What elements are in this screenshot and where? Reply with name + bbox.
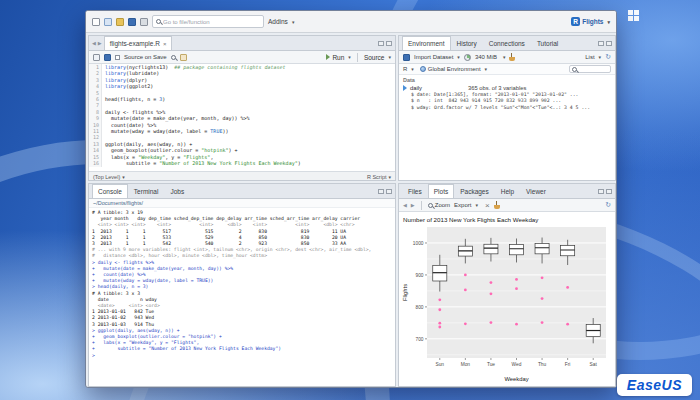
expand-icon[interactable]	[403, 85, 407, 91]
r-project-icon: R	[571, 17, 580, 26]
svg-text:Number of 2013 New York Flight: Number of 2013 New York Flights Each Wee…	[403, 216, 539, 223]
chevron-down-icon	[475, 202, 478, 208]
chevron-down-icon	[388, 54, 391, 60]
print-icon[interactable]	[140, 18, 148, 26]
maximize-pane-icon[interactable]	[386, 41, 392, 46]
forward-icon[interactable]	[98, 40, 102, 46]
code-editor[interactable]: 1library(nycflights13) ## package contai…	[89, 64, 395, 171]
source-pane: flights-example.R Source on Save Run	[88, 35, 396, 181]
source-toolbar: Source on Save Run Source	[89, 51, 395, 64]
boxplot-chart: Number of 2013 New York Flights Each Wee…	[401, 214, 611, 384]
svg-text:900: 900	[415, 273, 423, 278]
pane-tab-files[interactable]: Files	[402, 184, 428, 198]
environment-scope-row: R Global Environment	[399, 64, 615, 75]
minimize-pane-icon[interactable]	[378, 41, 384, 46]
pane-tab-help[interactable]: Help	[495, 184, 520, 198]
environment-object-daily[interactable]: daily 365 obs. of 3 variables	[399, 84, 615, 92]
maximize-pane-icon[interactable]	[606, 41, 612, 46]
find-replace-icon[interactable]	[171, 55, 176, 60]
chevron-down-icon	[348, 54, 351, 60]
console-tab-jobs[interactable]: Jobs	[164, 184, 190, 198]
svg-text:Tue: Tue	[487, 362, 495, 367]
easeus-logo-text: EaseUS	[627, 377, 682, 393]
view-mode-dropdown[interactable]: List	[585, 54, 601, 60]
environment-tab-connections[interactable]: Connections	[483, 36, 531, 50]
new-file-icon[interactable]	[92, 18, 100, 26]
globe-icon	[420, 66, 426, 72]
project-label: Flights	[582, 18, 603, 25]
zoom-button[interactable]: Zoom	[428, 202, 450, 208]
svg-text:700: 700	[415, 337, 423, 342]
source-tabbar: flights-example.R	[89, 36, 395, 51]
search-icon	[156, 19, 161, 24]
console-output[interactable]: # A tibble: 3 x 19 year month day dep_ti…	[89, 208, 395, 361]
project-menu[interactable]: R Flights	[571, 17, 610, 26]
file-type-indicator[interactable]: R Script	[367, 174, 391, 180]
import-dataset-button[interactable]: Import Dataset	[414, 54, 460, 60]
desktop: Addins R Flights flights-example.R	[0, 0, 700, 400]
chevron-down-icon	[599, 54, 602, 60]
tab-flights-example[interactable]: flights-example.R	[104, 36, 173, 50]
environment-tab-tutorial[interactable]: Tutorial	[531, 36, 564, 50]
run-icon	[326, 54, 330, 60]
maximize-pane-icon[interactable]	[386, 189, 392, 194]
export-button[interactable]: Export	[454, 202, 478, 208]
source-button[interactable]: Source	[364, 54, 391, 61]
open-in-new-window-icon[interactable]	[93, 54, 100, 61]
source-on-save-checkbox[interactable]	[115, 55, 120, 60]
svg-text:Weekday: Weekday	[504, 376, 528, 382]
chevron-down-icon	[411, 66, 414, 72]
refresh-icon[interactable]	[605, 53, 611, 61]
environment-search[interactable]	[569, 65, 611, 73]
new-project-icon[interactable]	[104, 18, 112, 26]
main-toolbar: Addins R Flights	[86, 11, 616, 33]
refresh-plot-icon[interactable]	[605, 201, 611, 209]
svg-text:Thu: Thu	[538, 362, 547, 367]
environment-scope-dropdown[interactable]: Global Environment	[420, 66, 487, 72]
search-icon	[572, 67, 577, 72]
console-working-directory: ~/Documents/flights/	[89, 199, 395, 208]
minimize-pane-icon[interactable]	[598, 189, 604, 194]
plots-tabbar: FilesPlotsPackagesHelpViewer	[399, 184, 615, 199]
environment-toolbar: Import Dataset 340 MiB List	[399, 51, 615, 64]
goto-file-search[interactable]	[152, 15, 264, 28]
environment-tab-history[interactable]: History	[451, 36, 483, 50]
svg-text:1000: 1000	[413, 241, 424, 246]
addins-menu[interactable]: Addins	[268, 18, 294, 25]
console-tab-terminal[interactable]: Terminal	[128, 184, 165, 198]
easeus-logo: EaseUS	[617, 374, 692, 396]
clear-workspace-icon[interactable]	[509, 53, 515, 61]
plot-area: Number of 2013 New York Flights Each Wee…	[399, 212, 615, 386]
code-tools-icon[interactable]	[180, 54, 187, 61]
clear-all-plots-icon[interactable]	[494, 201, 500, 209]
save-file-icon[interactable]	[104, 54, 111, 61]
save-workspace-icon[interactable]	[403, 54, 410, 61]
close-tab-icon[interactable]	[163, 41, 167, 47]
minimize-pane-icon[interactable]	[598, 41, 604, 46]
pane-tab-viewer[interactable]: Viewer	[520, 184, 552, 198]
language-dropdown[interactable]: R	[403, 66, 414, 72]
environment-pane: EnvironmentHistoryConnectionsTutorial Im…	[398, 35, 616, 181]
svg-text:Sun: Sun	[436, 362, 445, 367]
environment-field: $ wday: Ord.factor w/ 7 levels "Sun"<"Mo…	[399, 105, 615, 111]
zoom-icon	[428, 203, 433, 208]
minimize-pane-icon[interactable]	[378, 189, 384, 194]
next-plot-icon[interactable]	[411, 202, 415, 208]
run-button[interactable]: Run	[326, 54, 350, 61]
code-line: 16 subtitle = "Number of 2013 New York F…	[89, 160, 395, 166]
windows-logo-icon[interactable]	[628, 10, 639, 21]
pane-tab-packages[interactable]: Packages	[454, 184, 495, 198]
maximize-pane-icon[interactable]	[606, 189, 612, 194]
console-tab-console[interactable]: Console	[92, 184, 128, 198]
open-file-icon[interactable]	[116, 18, 124, 26]
save-all-icon[interactable]	[128, 18, 136, 26]
goto-file-input[interactable]	[163, 19, 255, 25]
pane-tab-plots[interactable]: Plots	[428, 184, 454, 198]
back-icon[interactable]	[92, 40, 96, 46]
console-pane: ConsoleTerminalJobs ~/Documents/flights/…	[88, 183, 396, 387]
scope-indicator[interactable]: (Top Level)	[93, 174, 125, 180]
memory-usage-icon[interactable]	[464, 54, 471, 61]
remove-plot-icon[interactable]	[485, 201, 490, 210]
previous-plot-icon[interactable]	[403, 202, 407, 208]
environment-tab-environment[interactable]: Environment	[402, 36, 451, 50]
